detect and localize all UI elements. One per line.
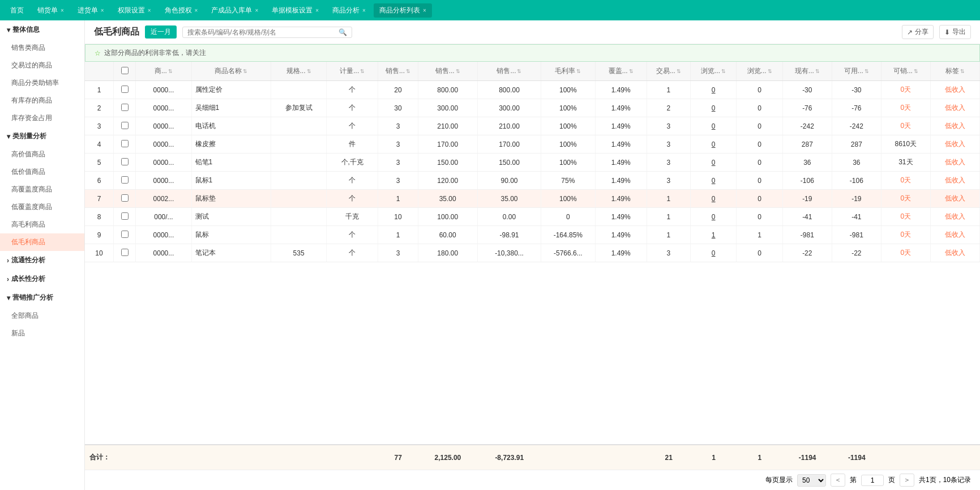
nav-template[interactable]: 单据模板设置 × — [266, 3, 324, 18]
col-header-name[interactable]: 商品名称⇅ — [191, 62, 271, 81]
table-row[interactable]: 5 0000... 铅笔1 个,千克 3 150.00 150.00 100% … — [85, 154, 980, 172]
nav-permission[interactable]: 权限设置 × — [112, 3, 157, 18]
next-page-btn[interactable]: ＞ — [900, 474, 914, 487]
col-header-trade[interactable]: 交易...⇅ — [647, 62, 690, 81]
table-row[interactable]: 7 0002... 鼠标垫 个 1 35.00 35.00 100% 1.49%… — [85, 190, 980, 208]
sidebar-group-circulation[interactable]: › 流通性分析 — [0, 251, 84, 270]
cell-check[interactable] — [114, 117, 136, 135]
cell-check[interactable] — [114, 172, 136, 190]
col-header-spec[interactable]: 规格...⇅ — [271, 62, 326, 81]
cell-browse1[interactable]: 0 — [690, 208, 736, 226]
nav-purchase[interactable]: 进货单 × — [72, 3, 110, 18]
sidebar-item-low-coverage[interactable]: 低覆盖度商品 — [0, 198, 84, 216]
col-header-browse2[interactable]: 浏览...⇅ — [737, 62, 782, 81]
col-header-stock[interactable]: 现有...⇅ — [782, 62, 832, 81]
cell-browse1[interactable]: 0 — [690, 154, 736, 172]
cell-browse1[interactable]: 0 — [690, 81, 736, 99]
col-header-gross-rate[interactable]: 毛利率⇅ — [541, 62, 595, 81]
sidebar-group-category[interactable]: ▾ 类别量分析 — [0, 127, 84, 146]
table-row[interactable]: 1 0000... 属性定价 个 20 800.00 800.00 100% 1… — [85, 81, 980, 99]
nav-purchase-close[interactable]: × — [101, 7, 104, 14]
sidebar-group-marketing[interactable]: ▾ 营销推广分析 — [0, 288, 84, 307]
sidebar-item-all-goods[interactable]: 全部商品 — [0, 307, 84, 325]
table-row[interactable]: 6 0000... 鼠标1 个 3 120.00 90.00 75% 1.49%… — [85, 172, 980, 190]
nav-analysis-list-close[interactable]: × — [423, 7, 426, 14]
row-checkbox[interactable] — [121, 86, 129, 93]
table-container[interactable]: 商...⇅ 商品名称⇅ 规格...⇅ 计量...⇅ 销售...⇅ 销售...⇅ … — [85, 62, 980, 444]
cell-browse1[interactable]: 0 — [690, 244, 736, 262]
nav-sales-close[interactable]: × — [61, 7, 64, 14]
table-row[interactable]: 9 0000... 鼠标 个 1 60.00 -98.91 -164.85% 1… — [85, 226, 980, 244]
cell-check[interactable] — [114, 154, 136, 172]
prev-page-btn[interactable]: ＜ — [831, 474, 845, 487]
table-row[interactable]: 10 0000... 笔记本 535 个 3 180.00 -10,380...… — [85, 244, 980, 262]
cell-check[interactable] — [114, 208, 136, 226]
cell-browse1[interactable]: 0 — [690, 117, 736, 135]
row-checkbox[interactable] — [121, 158, 129, 165]
search-icon[interactable]: 🔍 — [339, 28, 347, 36]
cell-name[interactable]: 电话机 — [191, 117, 271, 135]
sidebar-item-low-margin[interactable]: 低毛利商品 — [0, 233, 84, 251]
table-row[interactable]: 8 000/... 测试 千克 10 100.00 0.00 0 1.49% 1… — [85, 208, 980, 226]
cell-browse1[interactable]: 1 — [690, 226, 736, 244]
cell-check[interactable] — [114, 244, 136, 262]
cell-name[interactable]: 鼠标 — [191, 226, 271, 244]
share-button[interactable]: ↗ 分享 — [902, 25, 934, 39]
cell-name[interactable]: 橡皮擦 — [191, 135, 271, 154]
cell-name[interactable]: 鼠标1 — [191, 172, 271, 190]
sidebar-group-overall[interactable]: ▾ 整体信息 — [0, 20, 84, 39]
nav-permission-close[interactable]: × — [148, 7, 151, 14]
cell-check[interactable] — [114, 81, 136, 99]
cell-name[interactable]: 铅笔1 — [191, 154, 271, 172]
cell-name[interactable]: 吴细细1 — [191, 99, 271, 117]
sidebar-item-high-value[interactable]: 高价值商品 — [0, 146, 84, 163]
col-header-unit[interactable]: 计量...⇅ — [327, 62, 378, 81]
cell-browse1[interactable]: 0 — [690, 172, 736, 190]
sidebar-item-stock-capital[interactable]: 库存资金占用 — [0, 109, 84, 127]
cell-browse1[interactable]: 0 — [690, 190, 736, 208]
search-box[interactable]: 🔍 — [182, 27, 352, 38]
cell-browse1[interactable]: 0 — [690, 99, 736, 117]
sidebar-item-traded-goods[interactable]: 交易过的商品 — [0, 57, 84, 74]
nav-sales[interactable]: 销货单 × — [32, 3, 70, 18]
nav-product-in-close[interactable]: × — [255, 7, 258, 14]
cell-check[interactable] — [114, 226, 136, 244]
col-header-cover[interactable]: 覆盖...⇅ — [595, 62, 647, 81]
sidebar-item-low-value[interactable]: 低价值商品 — [0, 163, 84, 181]
nav-analysis-close[interactable]: × — [362, 7, 366, 14]
page-number-input[interactable] — [861, 475, 884, 486]
col-header-saleable[interactable]: 可销...⇅ — [881, 62, 930, 81]
col-header-check[interactable] — [114, 62, 136, 81]
filter-recent-month-btn[interactable]: 近一月 — [145, 25, 177, 39]
col-header-sales-profit[interactable]: 销售...⇅ — [477, 62, 541, 81]
nav-role[interactable]: 角色授权 × — [159, 3, 204, 18]
row-checkbox[interactable] — [121, 249, 129, 256]
sidebar-group-growth[interactable]: › 成长性分析 — [0, 270, 84, 288]
row-checkbox[interactable] — [121, 231, 129, 238]
sidebar-item-high-coverage[interactable]: 高覆盖度商品 — [0, 181, 84, 198]
cell-name[interactable]: 属性定价 — [191, 81, 271, 99]
cell-name[interactable]: 测试 — [191, 208, 271, 226]
sidebar-item-high-margin[interactable]: 高毛利商品 — [0, 216, 84, 233]
col-header-tag[interactable]: 标签⇅ — [930, 62, 979, 81]
nav-analysis[interactable]: 商品分析 × — [327, 3, 371, 18]
per-page-select[interactable]: 50 100 200 — [797, 474, 826, 487]
row-checkbox[interactable] — [121, 122, 129, 129]
table-row[interactable]: 2 0000... 吴细细1 参加复试 个 30 300.00 300.00 1… — [85, 99, 980, 117]
nav-role-close[interactable]: × — [195, 7, 198, 14]
cell-check[interactable] — [114, 190, 136, 208]
col-header-browse1[interactable]: 浏览...⇅ — [690, 62, 736, 81]
export-button[interactable]: ⬇ 导出 — [939, 25, 971, 39]
table-row[interactable]: 3 0000... 电话机 个 3 210.00 210.00 100% 1.4… — [85, 117, 980, 135]
row-checkbox[interactable] — [121, 104, 129, 111]
col-header-code[interactable]: 商...⇅ — [136, 62, 191, 81]
row-checkbox[interactable] — [121, 212, 129, 220]
cell-name[interactable]: 鼠标垫 — [191, 190, 271, 208]
cell-check[interactable] — [114, 135, 136, 154]
row-checkbox[interactable] — [121, 140, 129, 147]
col-header-sales-qty[interactable]: 销售...⇅ — [378, 62, 418, 81]
col-header-sales-amt[interactable]: 销售...⇅ — [418, 62, 477, 81]
table-row[interactable]: 4 0000... 橡皮擦 件 3 170.00 170.00 100% 1.4… — [85, 135, 980, 154]
nav-template-close[interactable]: × — [315, 7, 319, 14]
search-input[interactable] — [187, 28, 339, 36]
